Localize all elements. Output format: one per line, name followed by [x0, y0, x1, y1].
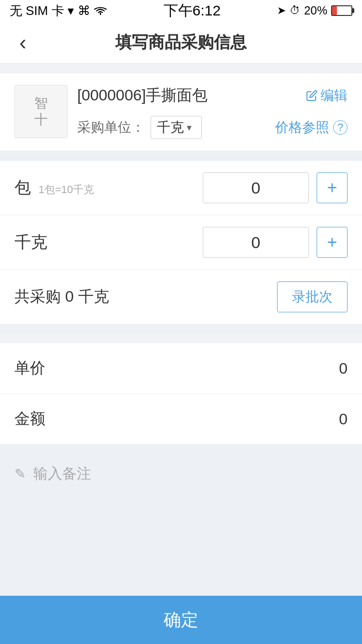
edit-button[interactable]: 编辑: [306, 86, 348, 105]
battery-icon: [331, 5, 352, 16]
nav-bar: ‹ 填写商品采购信息: [0, 21, 362, 64]
product-image: 智 十: [14, 85, 68, 138]
status-bar: 无 SIM 卡 ▾ ⌘ 下午6:12 ➤ ⏱ 20%: [0, 0, 362, 21]
product-name-row: [0000006]手撕面包 编辑: [77, 85, 348, 106]
bao-input-control: 0 +: [94, 172, 348, 203]
amount-label: 金额: [14, 408, 45, 430]
batch-button[interactable]: 录批次: [277, 281, 348, 312]
price-ref-button[interactable]: 价格参照 ?: [275, 118, 348, 137]
sim-status: 无 SIM 卡 ▾: [10, 2, 74, 19]
kg-label: 千克: [14, 231, 72, 253]
location-icon: ➤: [277, 4, 286, 17]
alarm-icon: ⏱: [290, 4, 300, 17]
total-text: 共采购 0 千克: [14, 286, 109, 308]
amount-value: 0: [339, 410, 348, 428]
product-card: 智 十 [0000006]手撕面包 编辑 采购单位： 千克 ▾: [0, 73, 362, 151]
status-right: ➤ ⏱ 20%: [277, 4, 352, 17]
product-unit-row: 采购单位： 千克 ▾ 价格参照 ?: [77, 116, 348, 139]
product-info: [0000006]手撕面包 编辑 采购单位： 千克 ▾ 价格参照 ?: [77, 85, 348, 139]
page-title: 填写商品采购信息: [115, 31, 247, 54]
input-section: 包 1包=10千克 0 + 千克 0 +: [0, 161, 362, 270]
kg-plus-button[interactable]: +: [317, 227, 348, 258]
kg-input-control: 0 +: [72, 227, 348, 258]
product-name: [0000006]手撕面包: [77, 85, 208, 106]
bao-input-row: 包 1包=10千克 0 +: [0, 161, 362, 215]
bao-number-input[interactable]: 0: [203, 172, 309, 203]
total-row: 共采购 0 千克 录批次: [0, 270, 362, 324]
unit-price-row: 单价 0: [0, 343, 362, 394]
kg-input-row: 千克 0 +: [0, 215, 362, 270]
notes-placeholder: 输入备注: [33, 464, 91, 484]
price-section: 单价 0 金额 0: [0, 343, 362, 445]
unit-price-value: 0: [339, 360, 348, 378]
bao-plus-button[interactable]: +: [317, 172, 348, 203]
unit-select[interactable]: 千克 ▾: [151, 116, 202, 139]
confirm-button[interactable]: 确定: [0, 596, 362, 644]
bao-label: 包 1包=10千克: [14, 177, 94, 199]
back-button[interactable]: ‹: [14, 26, 31, 59]
help-icon: ?: [333, 120, 348, 135]
kg-number-input[interactable]: 0: [203, 227, 309, 258]
chevron-down-icon: ▾: [187, 122, 192, 133]
section-divider-2: [0, 324, 362, 334]
unit-label: 采购单位：: [77, 118, 145, 137]
status-left: 无 SIM 卡 ▾ ⌘: [10, 2, 107, 19]
pencil-icon: ✎: [14, 466, 26, 482]
battery-percent: 20%: [304, 4, 327, 17]
notes-section[interactable]: ✎ 输入备注: [0, 445, 362, 503]
status-time: 下午6:12: [164, 1, 221, 21]
amount-row: 金额 0: [0, 394, 362, 445]
section-divider-1: [0, 151, 362, 161]
product-logo: 智 十: [34, 95, 48, 127]
unit-price-label: 单价: [14, 358, 45, 379]
wifi-icon: ⌘: [78, 3, 107, 18]
